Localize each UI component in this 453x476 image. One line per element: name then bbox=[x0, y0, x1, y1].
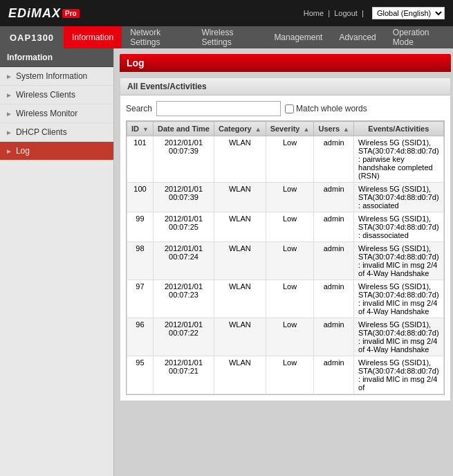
table-cell: WLAN bbox=[214, 212, 266, 242]
logout-link[interactable]: Logout bbox=[334, 9, 358, 17]
top-links: Home | Logout | Global (English) bbox=[304, 7, 445, 19]
table-row: 1002012/01/01 00:07:39WLANLowadminWirele… bbox=[127, 183, 444, 212]
table-cell: 2012/01/01 00:07:24 bbox=[153, 242, 214, 280]
content-title: Log bbox=[120, 54, 451, 72]
arrow-icon: ► bbox=[6, 91, 12, 99]
search-input[interactable] bbox=[156, 101, 281, 116]
table-cell: 96 bbox=[127, 318, 154, 356]
table-cell: Wireless 5G (SSID1), STA(30:07:4d:88:d0:… bbox=[354, 356, 444, 394]
sort-icon-id: ▼ bbox=[142, 126, 149, 133]
col-severity[interactable]: Severity ▲ bbox=[266, 122, 314, 136]
table-cell: admin bbox=[314, 212, 354, 242]
table-body: 1012012/01/01 00:07:39WLANLowadminWirele… bbox=[127, 136, 444, 394]
table-cell: admin bbox=[314, 136, 354, 183]
table-cell: WLAN bbox=[214, 280, 266, 318]
table-cell: Low bbox=[266, 136, 314, 183]
col-category[interactable]: Category ▲ bbox=[214, 122, 266, 136]
sort-icon-category: ▲ bbox=[255, 126, 261, 133]
nav-management[interactable]: Management bbox=[266, 26, 331, 48]
table-cell: admin bbox=[314, 318, 354, 356]
table-cell: Wireless 5G (SSID1), STA(30:07:4d:88:d0:… bbox=[354, 183, 444, 212]
col-date[interactable]: Date and Time bbox=[153, 122, 214, 136]
top-header: EDiMAX Pro Home | Logout | Global (Engli… bbox=[0, 0, 453, 26]
content-area: Log All Events/Activities Search Match w… bbox=[114, 48, 453, 476]
table-cell: 99 bbox=[127, 212, 154, 242]
sort-icon-severity: ▲ bbox=[304, 126, 310, 133]
arrow-icon: ► bbox=[6, 129, 12, 136]
table-cell: 101 bbox=[127, 136, 154, 183]
nav-advanced[interactable]: Advanced bbox=[331, 26, 384, 48]
table-cell: Wireless 5G (SSID1), STA(30:07:4d:88:d0:… bbox=[354, 136, 444, 183]
sidebar: Information ► System Information ► Wirel… bbox=[0, 48, 114, 476]
sidebar-label-wireless-clients: Wireless Clients bbox=[16, 90, 75, 100]
table-cell: 97 bbox=[127, 280, 154, 318]
sidebar-header: Information bbox=[0, 48, 113, 67]
table-cell: Wireless 5G (SSID1), STA(30:07:4d:88:d0:… bbox=[354, 242, 444, 280]
nav-information[interactable]: Information bbox=[64, 26, 122, 48]
table-cell: 98 bbox=[127, 242, 154, 280]
sidebar-label-log: Log bbox=[16, 146, 30, 156]
panel-body: Search Match whole words ID bbox=[120, 95, 450, 401]
col-users-label: Users bbox=[318, 125, 340, 133]
search-label: Search bbox=[126, 104, 152, 113]
table-cell: 2012/01/01 00:07:21 bbox=[153, 356, 214, 394]
col-id[interactable]: ID ▼ bbox=[127, 122, 154, 136]
table-cell: Wireless 5G (SSID1), STA(30:07:4d:88:d0:… bbox=[354, 318, 444, 356]
table-cell: Low bbox=[266, 212, 314, 242]
table-row: 982012/01/01 00:07:24WLANLowadminWireles… bbox=[127, 242, 444, 280]
arrow-icon: ► bbox=[6, 110, 12, 118]
table-cell: Wireless 5G (SSID1), STA(30:07:4d:88:d0:… bbox=[354, 280, 444, 318]
nav-bar: OAP1300 Information Network Settings Wir… bbox=[0, 26, 453, 48]
sidebar-item-wireless-monitor[interactable]: ► Wireless Monitor bbox=[0, 104, 113, 123]
sidebar-item-wireless-clients[interactable]: ► Wireless Clients bbox=[0, 86, 113, 104]
table-cell: 2012/01/01 00:07:22 bbox=[153, 318, 214, 356]
match-whole-words-label: Match whole words bbox=[285, 104, 367, 113]
table-row: 992012/01/01 00:07:25WLANLowadminWireles… bbox=[127, 212, 444, 242]
match-whole-words-checkbox[interactable] bbox=[285, 104, 294, 113]
nav-wireless-settings[interactable]: Wireless Settings bbox=[193, 26, 266, 48]
table-cell: 95 bbox=[127, 356, 154, 394]
search-bar: Search Match whole words bbox=[126, 101, 445, 116]
home-link[interactable]: Home bbox=[304, 9, 324, 17]
table-cell: admin bbox=[314, 280, 354, 318]
col-users[interactable]: Users ▲ bbox=[314, 122, 354, 136]
sidebar-label-dhcp-clients: DHCP Clients bbox=[16, 127, 67, 137]
nav-brand: OAP1300 bbox=[0, 26, 64, 48]
events-table: ID ▼ Date and Time Category ▲ bbox=[127, 121, 444, 394]
table-row: 972012/01/01 00:07:23WLANLowadminWireles… bbox=[127, 280, 444, 318]
sidebar-label-wireless-monitor: Wireless Monitor bbox=[16, 109, 77, 118]
col-severity-label: Severity bbox=[270, 125, 300, 133]
table-cell: admin bbox=[314, 183, 354, 212]
table-cell: 2012/01/01 00:07:23 bbox=[153, 280, 214, 318]
sidebar-item-system-info[interactable]: ► System Information bbox=[0, 67, 113, 86]
table-cell: 2012/01/01 00:07:39 bbox=[153, 183, 214, 212]
main-layout: Information ► System Information ► Wirel… bbox=[0, 48, 453, 476]
col-events[interactable]: Events/Activities bbox=[354, 122, 444, 136]
table-cell: admin bbox=[314, 242, 354, 280]
table-cell: Wireless 5G (SSID1), STA(30:07:4d:88:d0:… bbox=[354, 212, 444, 242]
table-row: 962012/01/01 00:07:22WLANLowadminWireles… bbox=[127, 318, 444, 356]
sidebar-item-dhcp-clients[interactable]: ► DHCP Clients bbox=[0, 123, 113, 142]
table-cell: 2012/01/01 00:07:25 bbox=[153, 212, 214, 242]
sort-icon-users: ▲ bbox=[343, 126, 349, 133]
col-events-label: Events/Activities bbox=[368, 125, 429, 133]
table-cell: Low bbox=[266, 318, 314, 356]
sidebar-item-log[interactable]: ► Log bbox=[0, 142, 113, 161]
match-whole-words-text: Match whole words bbox=[296, 104, 367, 113]
language-select[interactable]: Global (English) bbox=[372, 7, 445, 19]
logo-pro: Pro bbox=[62, 9, 80, 18]
col-category-label: Category bbox=[219, 125, 252, 133]
arrow-icon: ► bbox=[6, 147, 12, 155]
sidebar-label-system-info: System Information bbox=[16, 71, 87, 81]
table-cell: Low bbox=[266, 280, 314, 318]
table-cell: WLAN bbox=[214, 136, 266, 183]
events-panel: All Events/Activities Search Match whole… bbox=[120, 77, 451, 401]
nav-network-settings[interactable]: Network Settings bbox=[122, 26, 193, 48]
table-scroll[interactable]: ID ▼ Date and Time Category ▲ bbox=[126, 120, 445, 395]
arrow-icon: ► bbox=[6, 73, 12, 80]
table-cell: WLAN bbox=[214, 356, 266, 394]
table-cell: WLAN bbox=[214, 242, 266, 280]
table-cell: Low bbox=[266, 183, 314, 212]
table-cell: WLAN bbox=[214, 183, 266, 212]
nav-operation-mode[interactable]: Operation Mode bbox=[385, 26, 453, 48]
